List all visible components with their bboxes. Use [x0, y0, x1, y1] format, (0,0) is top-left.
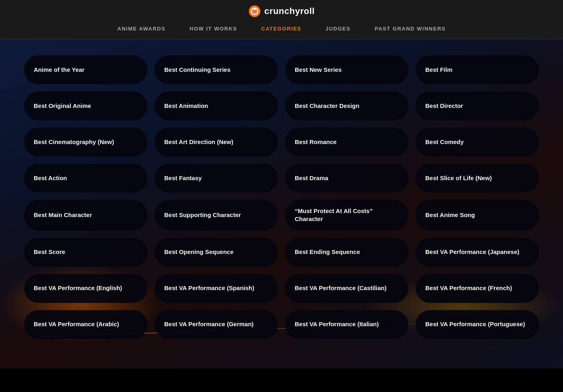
category-button-26[interactable]: Best VA Performance (Castilian): [285, 274, 408, 303]
category-button-4[interactable]: Best Original Anime: [24, 91, 147, 120]
nav-item-how-it-works[interactable]: HOW IT WORKS: [190, 24, 237, 33]
nav-item-anime-awards[interactable]: ANIME AWARDS: [117, 24, 165, 33]
category-button-7[interactable]: Best Director: [416, 91, 539, 120]
nav-item-judges[interactable]: JUDGES: [326, 24, 351, 33]
category-button-10[interactable]: Best Romance: [285, 128, 408, 156]
category-button-3[interactable]: Best Film: [416, 55, 539, 84]
main-nav: ANIME AWARDSHOW IT WORKSCATEGORIESJUDGES…: [117, 24, 446, 39]
category-button-31[interactable]: Best VA Performance (Portuguese): [416, 310, 539, 339]
category-button-15[interactable]: Best Slice of Life (New): [416, 164, 539, 193]
svg-point-0: [249, 6, 261, 17]
category-button-27[interactable]: Best VA Performance (French): [416, 274, 539, 303]
logo-area: crunchyroll: [248, 5, 314, 18]
category-button-9[interactable]: Best Art Direction (New): [155, 128, 278, 156]
category-button-22[interactable]: Best Ending Sequence: [285, 238, 408, 267]
site-header: crunchyroll ANIME AWARDSHOW IT WORKSCATE…: [0, 0, 563, 39]
category-button-19[interactable]: Best Anime Song: [416, 200, 539, 231]
category-button-14[interactable]: Best Drama: [285, 164, 408, 193]
category-button-30[interactable]: Best VA Performance (Italian): [285, 310, 408, 339]
category-button-13[interactable]: Best Fantasy: [155, 164, 278, 193]
category-button-11[interactable]: Best Comedy: [416, 128, 539, 156]
category-button-17[interactable]: Best Supporting Character: [155, 200, 278, 231]
category-button-25[interactable]: Best VA Performance (Spanish): [155, 274, 278, 303]
nav-item-categories[interactable]: CATEGORIES: [261, 24, 302, 33]
category-button-8[interactable]: Best Cinematography (New): [24, 128, 147, 156]
category-button-0[interactable]: Anime of the Year: [24, 55, 147, 84]
category-button-21[interactable]: Best Opening Sequence: [155, 238, 278, 267]
category-button-29[interactable]: Best VA Performance (German): [155, 310, 278, 339]
category-button-12[interactable]: Best Action: [24, 164, 147, 193]
category-button-28[interactable]: Best VA Performance (Arabic): [24, 310, 147, 339]
main-content: Anime of the YearBest Continuing SeriesB…: [0, 39, 563, 368]
category-button-20[interactable]: Best Score: [24, 238, 147, 267]
category-button-23[interactable]: Best VA Performance (Japanese): [416, 238, 539, 267]
category-button-5[interactable]: Best Animation: [155, 91, 278, 120]
category-button-18[interactable]: “Must Protect At All Costs” Character: [285, 200, 408, 231]
category-button-1[interactable]: Best Continuing Series: [155, 55, 278, 84]
category-button-2[interactable]: Best New Series: [285, 55, 408, 84]
category-button-24[interactable]: Best VA Performance (English): [24, 274, 147, 303]
nav-item-past-grand-winners[interactable]: PAST GRAND WINNERS: [375, 24, 446, 33]
svg-point-2: [253, 7, 256, 10]
logo-text: crunchyroll: [264, 6, 314, 16]
categories-grid: Anime of the YearBest Continuing SeriesB…: [24, 55, 539, 339]
category-button-6[interactable]: Best Character Design: [285, 91, 408, 120]
crunchyroll-logo-icon: [248, 5, 261, 18]
category-button-16[interactable]: Best Main Character: [24, 200, 147, 231]
